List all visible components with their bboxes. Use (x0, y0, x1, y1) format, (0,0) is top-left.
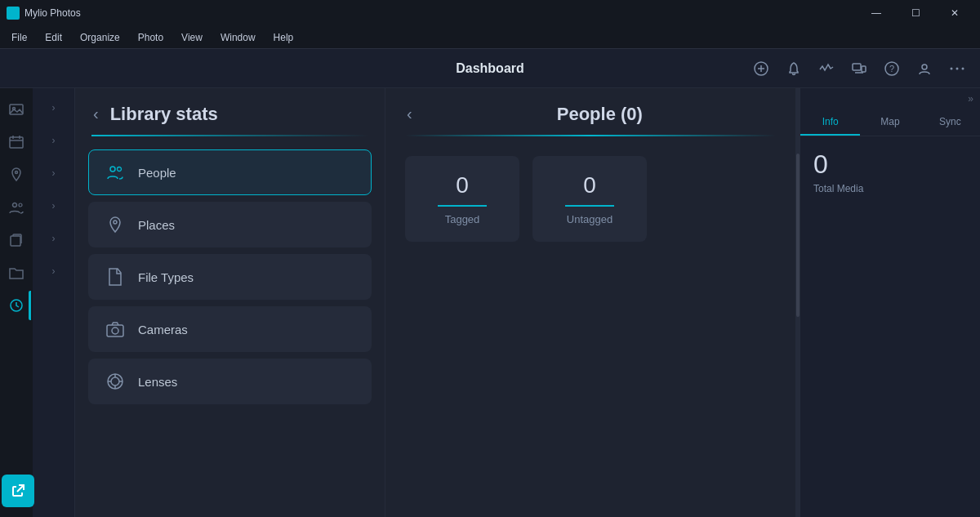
app-icon (7, 7, 20, 20)
people-panel: ‹ People (0) 0 Tagged 0 Untagged (385, 88, 795, 517)
stats-item-people[interactable]: People (88, 149, 372, 195)
cameras-icon (104, 320, 127, 338)
svg-text:?: ? (889, 64, 894, 74)
svg-rect-14 (10, 137, 23, 148)
svg-point-8 (922, 65, 927, 69)
library-stats-panel: ‹ Library stats People Places (75, 88, 385, 517)
stats-item-people-label: People (138, 166, 176, 180)
account-button[interactable] (911, 56, 938, 82)
tagged-divider (438, 205, 487, 207)
stats-item-lenses[interactable]: Lenses (88, 359, 372, 404)
svg-point-26 (114, 221, 117, 224)
stats-item-cameras[interactable]: Cameras (88, 306, 372, 352)
tab-map[interactable]: Map (860, 109, 920, 136)
bottom-action-area (2, 475, 34, 507)
people-panel-header: ‹ People (0) (385, 88, 795, 135)
svg-point-11 (962, 67, 964, 69)
tagged-card: 0 Tagged (405, 156, 519, 242)
active-sidebar-indicator (29, 291, 31, 320)
svg-point-19 (13, 203, 17, 207)
menu-file[interactable]: File (3, 30, 35, 45)
svg-point-24 (110, 167, 115, 172)
untagged-divider (565, 205, 614, 207)
untagged-label: Untagged (567, 213, 612, 225)
svg-point-18 (16, 172, 18, 174)
nav-sidebar: › › › › › › (33, 88, 75, 517)
nav-expand-3[interactable]: › (41, 160, 67, 186)
untagged-value: 0 (583, 172, 596, 198)
menu-window[interactable]: Window (212, 30, 264, 45)
main-content: ‹ Library stats People Places (75, 88, 800, 517)
help-button[interactable]: ? (879, 56, 905, 82)
svg-rect-4 (862, 66, 866, 72)
menu-organize[interactable]: Organize (72, 30, 128, 45)
library-stats-back-button[interactable]: ‹ (91, 103, 100, 125)
activity-button[interactable] (813, 56, 840, 82)
window-controls: — ☐ ✕ (858, 0, 973, 26)
nav-expand-4[interactable]: › (41, 193, 67, 219)
stats-item-places-label: Places (138, 218, 175, 232)
people-panel-divider (405, 135, 776, 136)
external-link-button[interactable] (2, 475, 34, 507)
stats-list: People Places File Types (75, 143, 385, 517)
stats-item-filetypes[interactable]: File Types (88, 254, 372, 300)
svg-point-29 (112, 328, 118, 334)
sidebar-item-albums[interactable] (2, 225, 31, 255)
svg-point-25 (118, 167, 122, 172)
close-button[interactable]: ✕ (936, 0, 973, 26)
stats-item-places[interactable]: Places (88, 202, 372, 247)
menu-photo[interactable]: Photo (130, 30, 172, 45)
nav-expand-5[interactable]: › (41, 225, 67, 252)
tab-sync[interactable]: Sync (920, 109, 980, 136)
info-panel-collapse-button[interactable]: » (800, 88, 980, 109)
toolbar-actions: ? (748, 56, 970, 82)
nav-expand-1[interactable]: › (41, 95, 67, 121)
sidebar-item-calendar[interactable] (2, 127, 31, 157)
total-media-value: 0 (813, 149, 967, 180)
menu-view[interactable]: View (173, 30, 211, 45)
total-media-label: Total Media (813, 183, 967, 194)
sidebar-item-photos[interactable] (2, 95, 31, 124)
sidebar-item-people[interactable] (2, 193, 31, 222)
stats-item-filetypes-label: File Types (138, 270, 194, 284)
places-icon (104, 216, 127, 234)
svg-rect-21 (11, 236, 20, 246)
svg-rect-12 (10, 105, 23, 114)
svg-point-31 (111, 377, 119, 386)
people-panel-title: People (0) (557, 104, 643, 125)
sidebar-item-sync[interactable] (2, 291, 31, 320)
people-icon (104, 163, 127, 181)
devices-button[interactable] (846, 56, 872, 82)
add-button[interactable] (748, 56, 774, 82)
filetypes-icon (104, 268, 127, 286)
icon-sidebar (0, 88, 33, 517)
title-bar-left: Mylio Photos (7, 7, 81, 20)
info-panel-tabs: Info Map Sync (800, 109, 980, 136)
svg-point-9 (951, 67, 953, 69)
minimize-button[interactable]: — (858, 0, 895, 26)
sidebar-item-folder[interactable] (2, 258, 31, 287)
tagged-value: 0 (456, 172, 469, 198)
tab-info[interactable]: Info (800, 109, 860, 136)
nav-expand-6[interactable]: › (41, 258, 67, 284)
svg-line-23 (17, 485, 24, 492)
svg-point-20 (19, 203, 22, 207)
notifications-button[interactable] (781, 56, 807, 82)
menu-help[interactable]: Help (265, 30, 302, 45)
lenses-icon (104, 372, 127, 390)
more-button[interactable] (944, 56, 970, 82)
people-panel-back-button[interactable]: ‹ (405, 103, 414, 125)
sidebar-item-location[interactable] (2, 160, 31, 189)
nav-expand-2[interactable]: › (41, 127, 67, 154)
toolbar-title: Dashboard (456, 61, 524, 76)
svg-rect-3 (853, 64, 861, 70)
library-stats-header: ‹ Library stats (75, 88, 385, 135)
maximize-button[interactable]: ☐ (897, 0, 934, 26)
app-body: › › › › › › ‹ Library stats People (0, 88, 980, 517)
menu-edit[interactable]: Edit (37, 30, 70, 45)
info-panel: » Info Map Sync 0 Total Media (800, 88, 980, 517)
stats-item-cameras-label: Cameras (138, 323, 188, 336)
svg-rect-28 (107, 325, 123, 336)
people-stats-cards: 0 Tagged 0 Untagged (385, 149, 795, 248)
library-stats-divider (91, 135, 368, 136)
